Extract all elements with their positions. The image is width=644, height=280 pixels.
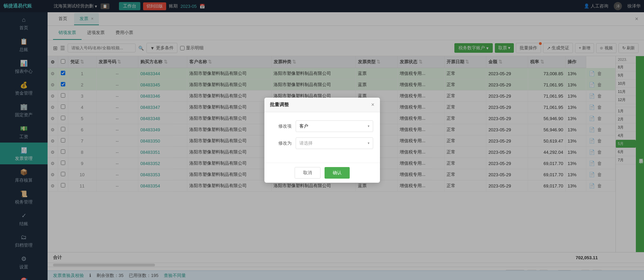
batch-adjust-modal: 批量调整 × 修改项 客户 ▾ 修改为 请选择 ▾ 取消 确认: [264, 98, 380, 183]
modify-value-placeholder: 请选择: [299, 140, 313, 146]
modal-body: 修改项 客户 ▾ 修改为 请选择 ▾: [264, 112, 380, 163]
modal-title: 批量调整: [270, 102, 289, 108]
modify-value-label: 修改为: [271, 140, 292, 146]
modal-overlay: 批量调整 × 修改项 客户 ▾ 修改为 请选择 ▾ 取消 确认: [0, 0, 644, 280]
modify-field-row: 修改项 客户 ▾: [271, 120, 373, 132]
modify-value-select[interactable]: 请选择 ▾: [296, 137, 373, 149]
modal-footer: 取消 确认: [264, 163, 380, 183]
modify-field-label: 修改项: [271, 123, 292, 129]
confirm-button[interactable]: 确认: [325, 167, 350, 179]
modify-field-select[interactable]: 客户 ▾: [296, 120, 373, 132]
modal-close-button[interactable]: ×: [371, 102, 374, 108]
field-select-chevron: ▾: [368, 124, 369, 128]
value-select-chevron: ▾: [368, 141, 369, 145]
modify-value-row: 修改为 请选择 ▾: [271, 137, 373, 149]
modal-header: 批量调整 ×: [264, 98, 380, 112]
modify-field-value: 客户: [299, 123, 308, 129]
cancel-button[interactable]: 取消: [295, 167, 320, 179]
